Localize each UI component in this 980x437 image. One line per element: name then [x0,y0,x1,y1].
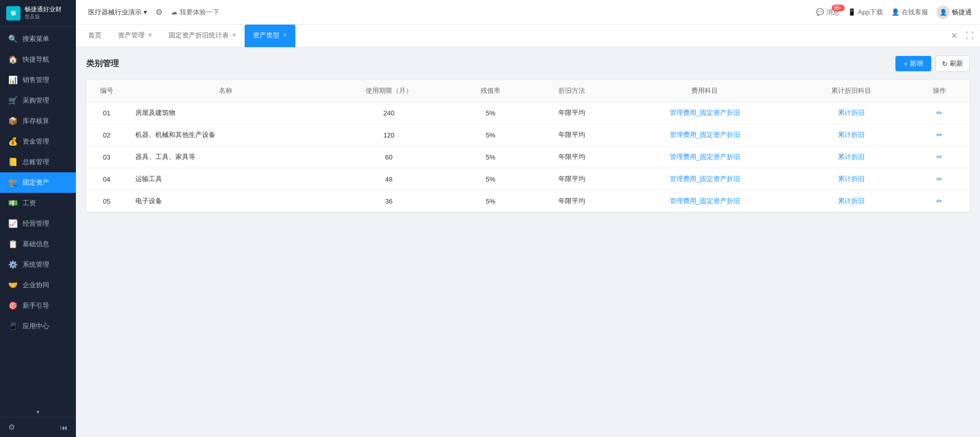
sidebar-label-apps: 应用中心 [23,322,49,331]
edit-icon-4[interactable]: ✏ [936,197,943,205]
tab-close-2[interactable]: ✕ [232,32,236,38]
row-expense[interactable]: 管理费用_固定资产折旧 [616,190,793,212]
user-name: 畅捷通 [952,8,972,17]
dropdown-icon: ▾ [144,8,147,16]
sidebar-item-guide[interactable]: 🎯 新手引导 [0,295,76,316]
row-method: 年限平均 [528,190,616,212]
row-accumulated[interactable]: 累计折旧 [793,146,909,168]
sidebar-label-guide: 新手引导 [23,301,49,310]
tab-0[interactable]: 首页 [80,25,110,47]
refresh-icon: ↻ [942,60,948,68]
sidebar-label-purchase: 采购管理 [23,96,49,105]
link-row-accumulated[interactable]: 累计折旧 [838,109,865,116]
row-edit[interactable]: ✏ [909,168,970,190]
online-service-action[interactable]: 👤 在线客服 [891,8,928,17]
expand-tab-icon[interactable]: ⛶ [964,29,976,43]
sidebar-icon-system: ⚙️ [8,260,17,269]
app-name: 畅捷通好业财 [25,6,62,14]
link-row-expense[interactable]: 管理费用_固定资产折旧 [670,197,740,205]
sidebar-item-basicinfo[interactable]: 📋 基础信息 [0,234,76,254]
row-accumulated[interactable]: 累计折旧 [793,124,909,146]
refresh-button[interactable]: ↻ 刷新 [935,55,970,72]
sidebar-label-quicknav: 快捷导航 [23,55,49,64]
sidebar-item-operation[interactable]: 📈 经营管理 [0,213,76,234]
link-row-accumulated[interactable]: 累计折旧 [838,153,865,161]
row-expense[interactable]: 管理费用_固定资产折旧 [616,168,793,190]
link-row-accumulated[interactable]: 累计折旧 [838,131,865,138]
table-body: 01房屋及建筑物2405%年限平均管理费用_固定资产折旧累计折旧✏02机器、机械… [86,102,970,212]
row-accumulated[interactable]: 累计折旧 [793,168,909,190]
table-row: 04运输工具485%年限平均管理费用_固定资产折旧累计折旧✏ [86,168,970,190]
sidebar-item-apps[interactable]: 📱 应用中心 [0,316,76,336]
row-edit[interactable]: ✏ [909,102,970,124]
sidebar-item-capital[interactable]: 💰 资金管理 [0,131,76,152]
app-logo: 畅 [6,6,21,21]
row-edit[interactable]: ✏ [909,190,970,212]
row-edit[interactable]: ✏ [909,146,970,168]
sidebar-label-basicinfo: 基础信息 [23,240,49,249]
row-expense[interactable]: 管理费用_固定资产折旧 [616,146,793,168]
sidebar-icon-search: 🔍 [8,34,17,44]
sidebar-header: 畅 畅捷通好业财 普及版 [0,0,76,27]
edit-icon-3[interactable]: ✏ [936,175,943,183]
sidebar-item-inventory[interactable]: 📦 库存核算 [0,111,76,131]
tab-close-1[interactable]: ✕ [148,32,152,38]
app-version: 普及版 [25,13,62,21]
sidebar-icon-ledger: 📒 [8,157,17,167]
company-selector[interactable]: 医疗器械行业演示 ▾ [84,6,151,19]
tab-3[interactable]: 资产类型✕ [245,25,295,47]
edit-icon-2[interactable]: ✏ [936,153,943,161]
row-residual: 5% [453,146,528,168]
sidebar-item-cooperation[interactable]: 🤝 企业协同 [0,275,76,295]
row-expense[interactable]: 管理费用_固定资产折旧 [616,102,793,124]
sidebar-item-search[interactable]: 🔍 搜索菜单 [0,29,76,49]
edit-icon-1[interactable]: ✏ [936,131,943,139]
app-download-action[interactable]: 📱 App下载 [848,8,883,17]
sidebar-item-fixed[interactable]: 🏗️ 固定资产 [0,172,76,193]
link-row-expense[interactable]: 管理费用_固定资产折旧 [670,175,740,183]
topbar-settings-icon[interactable]: ⚙ [155,7,163,17]
table-col-header: 名称 [127,80,325,102]
sidebar-label-cooperation: 企业协同 [23,281,49,290]
link-row-expense[interactable]: 管理费用_固定资产折旧 [670,153,740,161]
sidebar-footer: ⚙ ⏮ [0,417,76,437]
new-button[interactable]: + 新增 [895,56,931,71]
row-edit[interactable]: ✏ [909,124,970,146]
edit-icon-0[interactable]: ✏ [936,109,943,117]
sidebar-icon-sales: 📊 [8,75,17,85]
row-accumulated[interactable]: 累计折旧 [793,102,909,124]
sidebar-item-system[interactable]: ⚙️ 系统管理 [0,254,76,275]
sidebar-item-payroll[interactable]: 💵 工资 [0,193,76,213]
message-action[interactable]: 💬 消息 99+ [816,8,839,17]
tab-label-1: 资产管理 [118,31,145,40]
user-menu[interactable]: 👤 畅捷通 [936,6,972,19]
row-id: 02 [86,124,127,146]
sidebar-item-quicknav[interactable]: 🏠 快捷导航 [0,49,76,70]
sidebar-icon-payroll: 💵 [8,198,17,208]
close-tab-icon[interactable]: ✕ [949,29,959,43]
sidebar-item-purchase[interactable]: 🛒 采购管理 [0,90,76,111]
experience-button[interactable]: ☁ 我要体验一下 [167,6,224,19]
collapse-icon[interactable]: ⏮ [60,423,68,432]
experience-label: 我要体验一下 [179,8,219,17]
tab-1[interactable]: 资产管理✕ [110,25,161,47]
sidebar-item-ledger[interactable]: 📒 总账管理 [0,152,76,172]
row-expense[interactable]: 管理费用_固定资产折旧 [616,124,793,146]
new-button-label: 新增 [910,59,923,68]
table-row: 02机器、机械和其他生产设备1205%年限平均管理费用_固定资产折旧累计折旧✏ [86,124,970,146]
row-id: 03 [86,146,127,168]
table-row: 03器具、工具、家具等605%年限平均管理费用_固定资产折旧累计折旧✏ [86,146,970,168]
tab-2[interactable]: 固定资产折旧统计表✕ [161,25,245,47]
link-row-accumulated[interactable]: 累计折旧 [838,175,865,183]
sidebar-item-sales[interactable]: 📊 销售管理 [0,70,76,90]
link-row-accumulated[interactable]: 累计折旧 [838,197,865,205]
row-period: 60 [325,146,454,168]
settings-icon[interactable]: ⚙ [8,423,15,432]
row-period: 240 [325,102,454,124]
download-icon: 📱 [848,8,856,16]
tab-close-3[interactable]: ✕ [283,32,287,38]
row-accumulated[interactable]: 累计折旧 [793,190,909,212]
link-row-expense[interactable]: 管理费用_固定资产折旧 [670,109,740,116]
sidebar-scroll-down[interactable]: ▼ [0,407,76,417]
link-row-expense[interactable]: 管理费用_固定资产折旧 [670,131,740,138]
